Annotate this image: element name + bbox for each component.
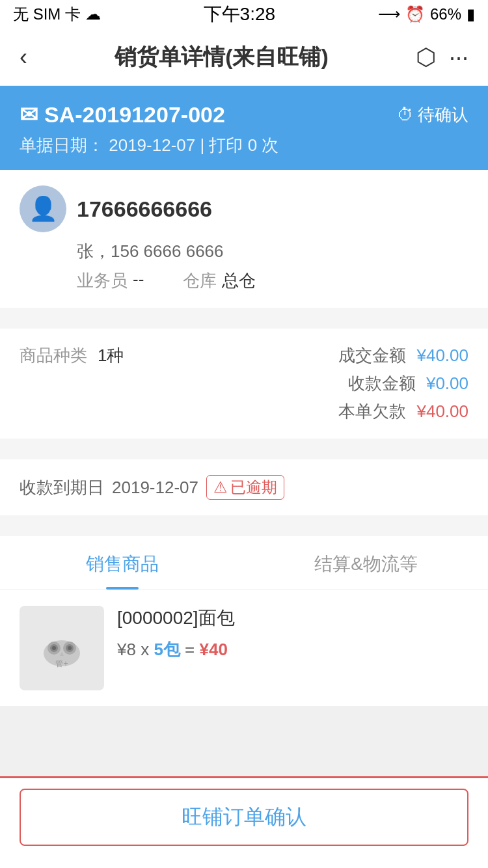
nav-bar: ‹ 销货单详情(来自旺铺) ⬡ ··· [0,29,488,86]
due-date-section: 收款到期日 2019-12-07 ⚠ 已逾期 [0,459,488,515]
svg-point-6 [68,646,72,650]
customer-contact: 张，156 6666 6666 [20,240,468,263]
product-thumbnail: 管+ [20,606,104,690]
received-label: 收款金额 [348,372,416,395]
sales-label: 业务员 [77,269,128,292]
product-name: [0000002]面包 [117,606,468,631]
tab-settlement[interactable]: 结算&物流等 [244,536,488,590]
owed-label: 本单欠款 [338,400,406,423]
tabs-row: 销售商品 结算&物流等 [0,536,488,590]
location-icon: ⟶ [378,5,400,23]
status-bar-left: 无 SIM 卡 ☁ [13,4,101,25]
battery-icon: ▮ [467,5,475,23]
back-button[interactable]: ‹ [20,44,27,71]
overdue-badge: ⚠ 已逾期 [206,475,284,500]
page-title: 销货单详情(来自旺铺) [115,42,329,72]
export-icon[interactable]: ⬡ [416,44,436,71]
avatar-icon: 👤 [29,195,58,223]
tabs-section: 销售商品 结算&物流等 管+ [0,536,488,706]
product-type-value: 1种 [98,344,124,367]
more-icon[interactable]: ··· [449,44,468,71]
order-date: 单据日期： 2019-12-07 | 打印 0 次 [20,134,468,157]
product-type-label: 商品种类 [20,344,87,367]
sales-value: -- [133,269,144,292]
status-bar: 无 SIM 卡 ☁ 下午3:28 ⟶ ⏰ 66% ▮ [0,0,488,29]
divider-1 [0,318,488,329]
product-logo-icon: 管+ [36,629,88,668]
owed-value: ¥40.00 [416,401,468,422]
product-info: [0000002]面包 ¥8 x 5包 = ¥40 [117,606,468,661]
product-section: 管+ [0000002]面包 ¥8 x 5包 = ¥40 [0,590,488,706]
status-bar-time: 下午3:28 [204,2,276,27]
overdue-text: 已逾期 [230,477,277,498]
alarm-icon: ⏰ [405,5,425,23]
divider-3 [0,526,488,536]
due-date-value: 2019-12-07 [112,478,198,498]
customer-phone: 17666666666 [77,197,212,222]
svg-text:管+: 管+ [55,659,68,668]
product-price: ¥8 x 5包 = ¥40 [117,638,468,661]
battery-status: 66% [430,5,461,23]
nav-actions: ⬡ ··· [416,44,468,71]
amount-value: ¥40.00 [416,346,468,366]
status-text: 待确认 [418,103,468,126]
warehouse-value: 总仓 [222,269,256,292]
divider-2 [0,449,488,459]
order-status: ⏱ 待确认 [397,103,468,126]
customer-section: 👤 17666666666 张，156 6666 6666 业务员 -- 仓库 … [0,170,488,308]
confirm-button[interactable]: 旺铺订单确认 [20,789,468,846]
order-id: ✉ SA-20191207-002 [20,102,225,128]
tab-products[interactable]: 销售商品 [0,536,244,590]
due-date-label: 收款到期日 [20,476,104,499]
order-header-card: ✉ SA-20191207-002 ⏱ 待确认 单据日期： 2019-12-07… [0,86,488,170]
summary-section: 商品种类 1种 成交金额 ¥40.00 收款金额 ¥0.00 本单欠款 ¥40.… [0,329,488,439]
amount-label: 成交金额 [338,344,406,367]
clock-icon: ⏱ [397,105,414,125]
sim-status: 无 SIM 卡 ☁ [13,4,101,25]
warehouse-label: 仓库 [183,269,217,292]
received-value: ¥0.00 [426,373,468,394]
bottom-bar: 旺铺订单确认 [0,776,488,868]
svg-point-5 [52,646,56,650]
customer-meta: 业务员 -- 仓库 总仓 [20,269,468,292]
order-icon: ✉ [20,102,38,128]
status-bar-right: ⟶ ⏰ 66% ▮ [378,5,475,23]
warning-icon: ⚠ [213,478,228,496]
avatar: 👤 [20,185,66,232]
